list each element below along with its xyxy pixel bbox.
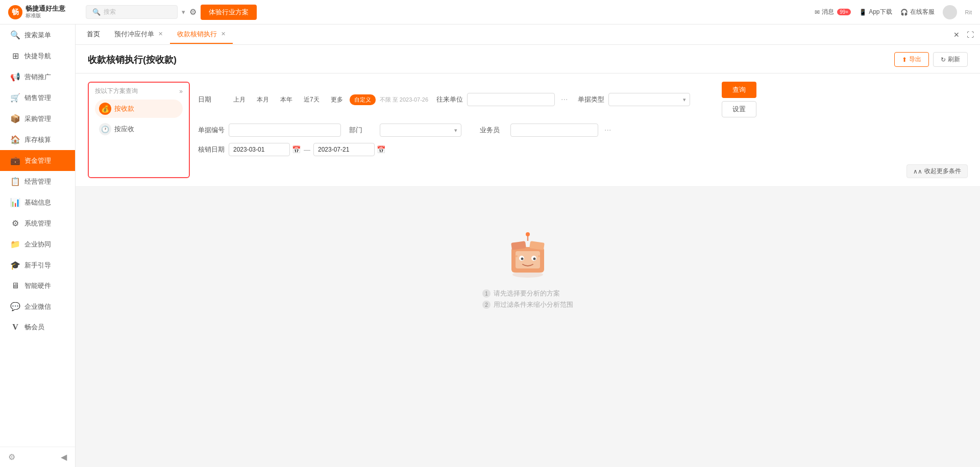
- sidebar-item-quicknav[interactable]: ⊞ 快捷导航: [0, 45, 75, 66]
- date-last-month[interactable]: 上月: [229, 93, 250, 106]
- sidebar-item-guide[interactable]: 🎓 新手引导: [0, 255, 75, 276]
- sidebar-item-collab[interactable]: 📁 企业协同: [0, 234, 75, 255]
- settings-icon[interactable]: ⚙: [189, 7, 197, 17]
- query-btns: 查询 设置: [722, 82, 756, 117]
- online-service-btn[interactable]: 🎧 在线客服: [900, 8, 935, 16]
- staff-label: 业务员: [480, 126, 506, 135]
- user-avatar[interactable]: [943, 5, 957, 19]
- main-content: 首页 预付冲应付单 ✕ 收款核销执行 ✕ ✕ ⛶ 收款核销执行(按收款) ⬆ 导…: [76, 24, 980, 467]
- app-download-btn[interactable]: 📱 App下载: [859, 8, 892, 16]
- date-this-month[interactable]: 本月: [252, 93, 274, 106]
- sidebar-item-label: 智能硬件: [24, 281, 51, 290]
- filter-option-by-payment[interactable]: 💰 按收款: [95, 100, 183, 118]
- management-icon: 📋: [10, 177, 20, 186]
- chevron-down-icon[interactable]: ▾: [182, 8, 185, 16]
- tab-home[interactable]: 首页: [80, 26, 107, 44]
- sales-icon: 🛒: [10, 93, 20, 103]
- refresh-btn[interactable]: ↻ 刷新: [933, 52, 968, 67]
- sidebar-item-label: 采购管理: [24, 114, 51, 124]
- filter-option-by-receivable[interactable]: 🕐 按应收: [95, 120, 183, 138]
- filter-left-panel: 按以下方案查询 » 💰 按收款 🕐 按应收: [88, 82, 190, 178]
- top-bar-right: ✉ 消息 99+ 📱 App下载 🎧 在线客服 Rit: [815, 5, 972, 19]
- collapse-more-btn[interactable]: ∧∧ 收起更多条件: [906, 164, 968, 178]
- tab-verify-close[interactable]: ✕: [221, 31, 226, 37]
- sidebar-item-hardware[interactable]: 🖥 智能硬件: [0, 276, 75, 296]
- sidebar-item-member[interactable]: V 畅会员: [0, 317, 75, 337]
- cal-start-icon[interactable]: 📅: [292, 145, 301, 154]
- staff-input[interactable]: [510, 124, 598, 137]
- sidebar-item-label: 企业微信: [24, 302, 51, 311]
- sidebar-item-basic-info[interactable]: 📊 基础信息: [0, 192, 75, 213]
- industry-btn[interactable]: 体验行业方案: [201, 5, 257, 20]
- partner-input[interactable]: [467, 93, 555, 106]
- export-btn[interactable]: ⬆ 导出: [894, 52, 929, 67]
- footer-collapse-icon[interactable]: ◀: [61, 452, 67, 462]
- tab-verify[interactable]: 收款核销执行 ✕: [170, 26, 233, 44]
- tab-close-all-icon[interactable]: ✕: [951, 29, 962, 41]
- sidebar-item-sales[interactable]: 🛒 销售管理: [0, 87, 75, 108]
- dept-select-wrap: [380, 124, 461, 137]
- hardware-icon: 🖥: [10, 281, 20, 290]
- collab-icon: 📁: [10, 239, 20, 249]
- top-bar-search-display: 🔍 搜索: [86, 5, 178, 19]
- svg-point-8: [533, 258, 536, 260]
- sidebar-item-wechat[interactable]: 💬 企业微信: [0, 296, 75, 317]
- tab-bar-actions: ✕ ⛶: [951, 29, 976, 41]
- dept-select[interactable]: [380, 124, 461, 137]
- verify-date-label: 核销日期: [198, 145, 225, 154]
- docno-input[interactable]: [229, 124, 341, 137]
- filter-staff-field: 业务员 ···: [480, 124, 613, 137]
- sidebar-item-system[interactable]: ⚙ 系统管理: [0, 213, 75, 234]
- tab-expand-icon[interactable]: ⛶: [965, 29, 976, 41]
- staff-dots-btn[interactable]: ···: [602, 126, 613, 135]
- filter-collapse-btn[interactable]: »: [179, 88, 183, 95]
- tab-prepay-close[interactable]: ✕: [158, 31, 163, 37]
- refresh-icon: ↻: [941, 56, 946, 63]
- page-header-actions: ⬆ 导出 ↻ 刷新: [894, 52, 968, 73]
- footer-settings-icon[interactable]: ⚙: [8, 452, 15, 462]
- settings-btn[interactable]: 设置: [722, 101, 756, 117]
- date-more[interactable]: 更多: [326, 93, 348, 106]
- sidebar-item-label: 畅会员: [24, 323, 44, 332]
- partner-dots-btn[interactable]: ···: [559, 95, 570, 104]
- cal-end-icon[interactable]: 📅: [377, 145, 385, 154]
- docno-label: 单据编号: [198, 126, 225, 135]
- phone-icon: 📱: [859, 9, 867, 16]
- top-bar: 畅 畅捷通好生意 标准版 🔍 搜索 ▾ ⚙ 体验行业方案 ✉ 消息 99+ 📱 …: [0, 0, 980, 24]
- date-this-year[interactable]: 本年: [276, 93, 297, 106]
- filter-right-panel: 日期 上月 本月 本年 近7天 更多 自定义 不限 至 2023-07-26 往…: [198, 82, 968, 178]
- svg-point-10: [526, 232, 530, 236]
- query-btn[interactable]: 查询: [722, 82, 756, 98]
- verify-date-end[interactable]: [313, 143, 375, 156]
- filter-doctype-field: 单据类型 ···: [578, 93, 705, 106]
- search-icon: 🔍: [10, 30, 20, 40]
- sidebar-item-label: 快捷导航: [24, 52, 51, 61]
- system-icon: ⚙: [10, 218, 20, 228]
- sidebar-item-search[interactable]: 🔍 搜索菜单: [0, 24, 75, 45]
- member-icon: V: [10, 323, 20, 332]
- message-icon: ✉: [815, 9, 820, 16]
- sidebar-item-inventory[interactable]: 🏠 库存核算: [0, 129, 75, 150]
- tab-prepay[interactable]: 预付冲应付单 ✕: [107, 26, 170, 44]
- sidebar-item-label: 企业协同: [24, 240, 51, 249]
- tab-bar: 首页 预付冲应付单 ✕ 收款核销执行 ✕ ✕ ⛶: [76, 24, 980, 45]
- sidebar-item-label: 新手引导: [24, 261, 51, 270]
- doctype-select[interactable]: [608, 93, 690, 106]
- svg-point-11: [516, 255, 518, 257]
- sidebar-item-management[interactable]: 📋 经营管理: [0, 171, 75, 192]
- export-icon: ⬆: [902, 56, 907, 63]
- date-last-7days[interactable]: 近7天: [299, 93, 324, 106]
- sidebar-item-purchase[interactable]: 📦 采购管理: [0, 108, 75, 129]
- logo-text: 畅捷通好生意: [26, 5, 65, 13]
- date-custom[interactable]: 自定义: [350, 94, 376, 105]
- sidebar-item-label: 库存核算: [24, 135, 51, 144]
- dept-label: 部门: [349, 126, 376, 135]
- purchase-icon: 📦: [10, 114, 20, 124]
- messages-btn[interactable]: ✉ 消息 99+: [815, 8, 851, 16]
- msg-badge: 99+: [837, 9, 851, 15]
- collapse-icon: ∧∧: [913, 168, 922, 175]
- verify-date-start[interactable]: [229, 143, 290, 156]
- sidebar-item-label: 销售管理: [24, 93, 51, 103]
- sidebar-item-marketing[interactable]: 📢 营销推广: [0, 66, 75, 87]
- sidebar-item-finance[interactable]: 💼 资金管理: [0, 150, 75, 171]
